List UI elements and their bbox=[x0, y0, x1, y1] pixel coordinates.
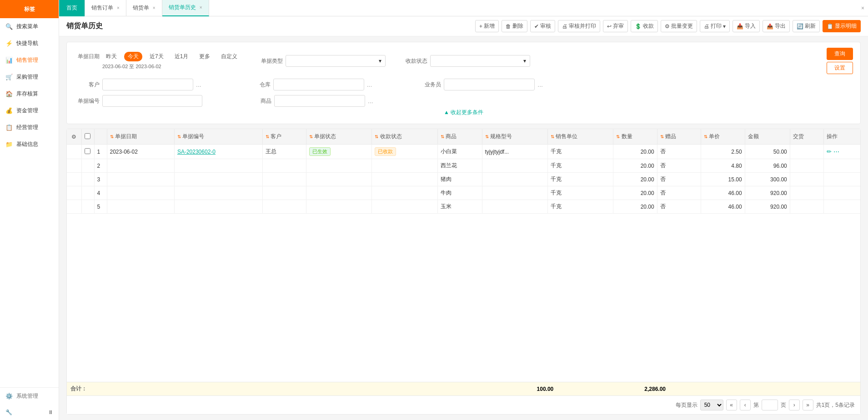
close-sales-goods-icon[interactable]: × bbox=[153, 5, 156, 10]
sidebar-item-search-menu[interactable]: 🔍 搜索菜单 bbox=[0, 18, 59, 35]
th-qty[interactable]: ⇅ 数量 bbox=[613, 129, 657, 145]
collect-button[interactable]: 💲 收款 bbox=[631, 20, 658, 32]
refresh-button[interactable]: 🔄 刷新 bbox=[793, 20, 820, 32]
date-custom[interactable]: 自定义 bbox=[217, 52, 241, 61]
row1-checkbox[interactable] bbox=[85, 148, 90, 154]
export-button[interactable]: 📤 导出 bbox=[763, 20, 790, 32]
th-amount-label: 金额 bbox=[748, 133, 759, 140]
row2-amount: 96.00 bbox=[745, 159, 790, 173]
first-page-button[interactable]: « bbox=[726, 400, 737, 410]
goods-input[interactable] bbox=[274, 95, 365, 107]
sidebar-item-ops-mgmt[interactable]: 📋 经营管理 bbox=[0, 119, 59, 136]
customer-input[interactable] bbox=[102, 79, 193, 90]
salesperson-input[interactable] bbox=[444, 79, 535, 90]
th-gear[interactable]: ⚙ bbox=[67, 129, 81, 145]
doc-type-select[interactable]: ▾ bbox=[286, 55, 386, 67]
new-button[interactable]: + 新增 bbox=[475, 20, 499, 32]
tab-sales-history[interactable]: 销货单历史 × bbox=[162, 0, 209, 16]
goods-dots[interactable]: ... bbox=[368, 97, 373, 105]
select-all-checkbox[interactable] bbox=[85, 133, 90, 139]
sidebar-bottom-icons[interactable]: 🔧 ⏸ bbox=[0, 405, 59, 420]
quick-nav-icon: ⚡ bbox=[5, 40, 13, 47]
tabs-right-close[interactable]: × bbox=[861, 5, 868, 11]
tab-sales-goods-label: 销货单 bbox=[133, 4, 149, 12]
per-page-select[interactable]: 50 100 200 bbox=[700, 400, 723, 410]
print-button[interactable]: 🖨 打印 ▾ bbox=[700, 20, 730, 32]
row1-unit: 千克 bbox=[547, 145, 613, 159]
sidebar-item-sys-mgmt[interactable]: ⚙️ 系统管理 bbox=[0, 388, 59, 405]
th-unit[interactable]: ⇅ 销售单位 bbox=[547, 129, 613, 145]
collapse-icon[interactable]: ⏸ bbox=[48, 409, 53, 415]
row2-price: 4.80 bbox=[701, 159, 745, 173]
batch-change-button[interactable]: ⚙ 批量变更 bbox=[661, 20, 697, 32]
export-icon: 📤 bbox=[767, 23, 773, 30]
approve-button[interactable]: ✔ 审核 bbox=[530, 20, 555, 32]
tab-sales-goods[interactable]: 销货单 × bbox=[126, 0, 162, 16]
doc-no-label: 单据编号 bbox=[74, 97, 100, 105]
payment-status-select[interactable]: ▾ bbox=[430, 55, 530, 67]
import-button[interactable]: 📥 导入 bbox=[733, 20, 760, 32]
row1-more-icon[interactable]: ⋯ bbox=[833, 148, 839, 155]
show-detail-button[interactable]: 📋 显示明细 bbox=[823, 20, 861, 32]
page-number-input[interactable]: 1 bbox=[762, 400, 778, 410]
sort-docno-icon: ⇅ bbox=[177, 134, 181, 139]
sidebar-item-quick-nav[interactable]: ⚡ 快捷导航 bbox=[0, 35, 59, 52]
customer-dots[interactable]: ... bbox=[196, 81, 201, 88]
tab-home[interactable]: 首页 bbox=[59, 0, 85, 16]
row1-doc-no-link[interactable]: SA-20230602-0 bbox=[177, 149, 216, 155]
th-date[interactable]: ⇅ 单据日期 bbox=[107, 129, 174, 145]
last-page-button[interactable]: » bbox=[803, 400, 813, 410]
delete-button[interactable]: 🗑 删除 bbox=[502, 20, 527, 32]
sidebar-item-basic-info[interactable]: 📁 基础信息 bbox=[0, 136, 59, 153]
filter-card: 单据日期 昨天 今天 近7天 近1月 更多 自定义 2023-06-02 至 2… bbox=[66, 42, 861, 124]
page-label-prefix: 第 bbox=[753, 401, 759, 409]
collapse-button[interactable]: ▲ 收起更多条件 bbox=[74, 107, 853, 118]
sidebar-item-purchase-mgmt[interactable]: 🛒 采购管理 bbox=[0, 69, 59, 85]
th-payment-status[interactable]: ⇅ 收款状态 bbox=[372, 129, 437, 145]
goods-label: 商品 bbox=[246, 97, 271, 105]
th-doc-status[interactable]: ⇅ 单据状态 bbox=[306, 129, 372, 145]
prev-page-button[interactable]: ‹ bbox=[740, 400, 751, 410]
th-doc-no[interactable]: ⇅ 单据编号 bbox=[174, 129, 262, 145]
sidebar-item-sales-mgmt[interactable]: 📊 销售管理 bbox=[0, 52, 59, 69]
discard-button[interactable]: ↩ 弃审 bbox=[603, 20, 628, 32]
sidebar-item-label: 库存核算 bbox=[16, 90, 38, 98]
date-7days[interactable]: 近7天 bbox=[146, 52, 167, 61]
row5-actions bbox=[823, 200, 860, 214]
warehouse-input[interactable] bbox=[273, 79, 364, 90]
sidebar-item-fund-mgmt[interactable]: 💰 资金管理 bbox=[0, 102, 59, 119]
date-today[interactable]: 今天 bbox=[124, 52, 142, 61]
th-goods[interactable]: ⇅ 商品 bbox=[437, 129, 482, 145]
th-price[interactable]: ⇅ 单价 bbox=[701, 129, 745, 145]
show-detail-icon: 📋 bbox=[827, 23, 833, 30]
row5-qty: 20.00 bbox=[613, 200, 657, 214]
row1-doc-no[interactable]: SA-20230602-0 bbox=[174, 145, 262, 159]
sort-unit-icon: ⇅ bbox=[551, 134, 554, 139]
th-gift[interactable]: ⇅ 赠品 bbox=[657, 129, 701, 145]
row4-transaction bbox=[790, 186, 823, 200]
th-customer[interactable]: ⇅ 客户 bbox=[262, 129, 306, 145]
close-sales-order-icon[interactable]: × bbox=[117, 5, 120, 10]
th-price-label: 单价 bbox=[709, 133, 720, 140]
th-spec[interactable]: ⇅ 规格型号 bbox=[482, 129, 547, 145]
warehouse-dots[interactable]: ... bbox=[367, 81, 372, 88]
doc-no-filter-group: 单据编号 bbox=[74, 95, 202, 107]
salesperson-dots[interactable]: ... bbox=[537, 81, 543, 88]
next-page-button[interactable]: › bbox=[789, 400, 800, 410]
row2-customer bbox=[262, 159, 306, 173]
close-sales-history-icon[interactable]: × bbox=[200, 5, 202, 10]
settings-button[interactable]: 设置 bbox=[827, 62, 853, 74]
row1-doc-status-badge: 已生效 bbox=[309, 147, 331, 156]
doc-no-input[interactable] bbox=[102, 95, 202, 107]
row5-checkbox-cell bbox=[81, 200, 94, 214]
tab-sales-order[interactable]: 销售订单 × bbox=[85, 0, 126, 16]
date-more[interactable]: 更多 bbox=[196, 52, 214, 61]
date-1month[interactable]: 近1月 bbox=[171, 52, 192, 61]
approve-print-button[interactable]: 🖨 审核并打印 bbox=[558, 20, 600, 32]
settings-icon[interactable]: 🔧 bbox=[5, 409, 12, 415]
sidebar-item-inventory-calc[interactable]: 🏠 库存核算 bbox=[0, 85, 59, 102]
date-yesterday[interactable]: 昨天 bbox=[102, 52, 120, 61]
row1-edit-icon[interactable]: ✏ bbox=[827, 148, 832, 155]
query-button[interactable]: 查询 bbox=[827, 48, 853, 60]
row5-gear-cell bbox=[67, 200, 81, 214]
